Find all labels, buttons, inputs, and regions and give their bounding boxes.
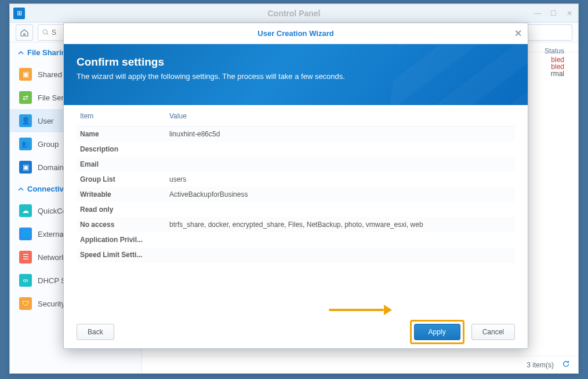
chevron-up-icon bbox=[18, 50, 24, 56]
modal-buttons: Back Apply Cancel bbox=[64, 316, 528, 348]
modal-close-button[interactable]: ✕ bbox=[514, 28, 522, 39]
settings-row: No accessbtrfs_share, docker, encrypted_… bbox=[77, 217, 515, 232]
apply-highlight: Apply bbox=[410, 320, 464, 344]
settings-row: Email bbox=[77, 157, 515, 172]
home-button[interactable] bbox=[16, 24, 33, 41]
settings-row: Group Listusers bbox=[77, 172, 515, 187]
globe-icon: 🌐 bbox=[19, 228, 32, 240]
setting-value bbox=[169, 251, 511, 259]
settings-table: Item Value Namelinuxhint-e86c5dDescripti… bbox=[64, 105, 528, 316]
network-icon: ☰ bbox=[19, 251, 32, 264]
cancel-button[interactable]: Cancel bbox=[471, 324, 515, 340]
user-creation-wizard: User Creation Wizard ✕ Confirm settings … bbox=[63, 23, 528, 349]
svg-line-1 bbox=[47, 34, 48, 35]
maximize-icon[interactable]: ☐ bbox=[550, 9, 558, 17]
minimize-icon[interactable]: — bbox=[534, 9, 542, 17]
settings-row: Application Privil... bbox=[77, 232, 515, 247]
modal-subheading: The wizard will apply the following sett… bbox=[77, 72, 515, 81]
dhcp-icon: ∞ bbox=[19, 274, 32, 287]
setting-value: btrfs_share, docker, encrypted_share, Fi… bbox=[169, 221, 511, 229]
setting-item: Email bbox=[80, 160, 169, 168]
modal-heading: Confirm settings bbox=[77, 56, 515, 68]
folder-icon: ▣ bbox=[19, 68, 32, 81]
settings-row: Namelinuxhint-e86c5d bbox=[77, 127, 515, 142]
refresh-icon bbox=[562, 360, 570, 368]
modal-title: User Creation Wizard ✕ bbox=[64, 23, 528, 44]
back-button[interactable]: Back bbox=[77, 324, 114, 340]
cloud-icon: ☁ bbox=[19, 204, 32, 217]
shield-icon: 🛡 bbox=[19, 297, 32, 310]
home-icon bbox=[20, 28, 29, 37]
settings-row: Description bbox=[77, 142, 515, 157]
file-icon: ⇄ bbox=[19, 91, 32, 104]
setting-value bbox=[169, 160, 511, 168]
setting-item: Description bbox=[80, 145, 169, 153]
setting-item: Application Privil... bbox=[80, 236, 169, 244]
col-item-header: Item bbox=[80, 112, 169, 120]
chevron-up-icon bbox=[18, 186, 24, 192]
settings-row: Read only bbox=[77, 202, 515, 217]
setting-item: Speed Limit Setti... bbox=[80, 251, 169, 259]
group-icon: 👥 bbox=[19, 138, 32, 150]
app-icon: ⊞ bbox=[13, 8, 25, 19]
setting-value: linuxhint-e86c5d bbox=[169, 130, 511, 138]
modal-banner: Confirm settings The wizard will apply t… bbox=[64, 44, 528, 105]
domain-icon: ▣ bbox=[19, 161, 32, 174]
col-value-header: Value bbox=[169, 112, 187, 120]
settings-row: Speed Limit Setti... bbox=[77, 247, 515, 262]
window-title: Control Panel bbox=[10, 9, 578, 18]
setting-value bbox=[169, 236, 511, 244]
setting-item: Writeable bbox=[80, 190, 169, 198]
search-icon bbox=[42, 28, 49, 36]
setting-value bbox=[169, 205, 511, 214]
table-footer: 3 item(s) bbox=[142, 356, 578, 373]
settings-row: WriteableActiveBackupforBusiness bbox=[77, 187, 515, 202]
setting-value: users bbox=[169, 175, 511, 183]
refresh-button[interactable] bbox=[562, 360, 570, 370]
setting-item: No access bbox=[80, 221, 169, 229]
window-buttons: — ☐ ✕ bbox=[534, 9, 575, 17]
apply-button[interactable]: Apply bbox=[414, 324, 460, 340]
setting-item: Name bbox=[80, 130, 169, 138]
setting-item: Group List bbox=[80, 175, 169, 183]
svg-point-0 bbox=[43, 30, 47, 34]
footer-count: 3 item(s) bbox=[527, 361, 554, 369]
setting-item: Read only bbox=[80, 205, 169, 214]
titlebar: ⊞ Control Panel — ☐ ✕ bbox=[10, 4, 578, 23]
setting-value: ActiveBackupforBusiness bbox=[169, 190, 511, 198]
user-icon: 👤 bbox=[19, 114, 32, 127]
setting-value bbox=[169, 145, 511, 153]
settings-header: Item Value bbox=[77, 105, 515, 127]
col-status: Status bbox=[545, 47, 564, 55]
close-icon[interactable]: ✕ bbox=[567, 9, 575, 17]
